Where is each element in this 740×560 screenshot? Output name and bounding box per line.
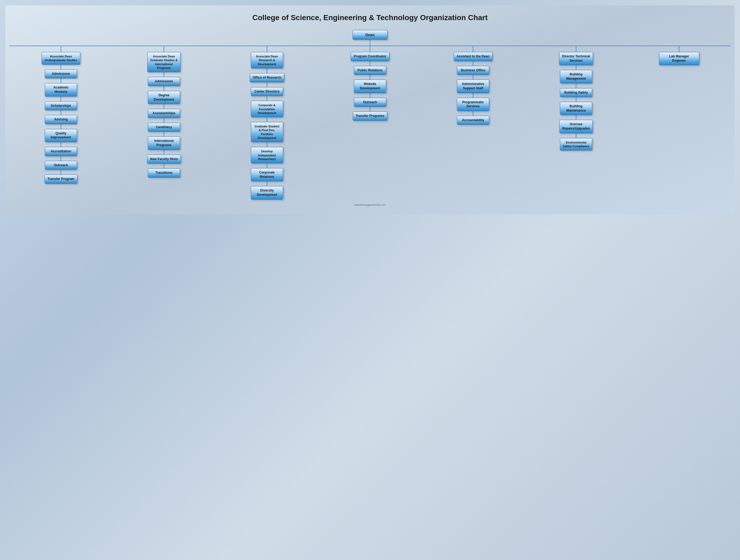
col-assistant-dean: Assistant to the Dean Business Office Ad… (422, 46, 525, 199)
node-corporate-foundation: Corporate &FoundationDevelopment (251, 101, 283, 117)
node-assistantships: Assistantships (148, 109, 180, 118)
node-transfer-program: Transfer Program (44, 175, 77, 184)
node-env-safety: EnvironmentalSafety Compliance (560, 138, 592, 151)
col-assoc-dean-research: Associate DeanResearch &Development Offi… (215, 46, 318, 199)
node-academic-honesty: AcademicHonesty (45, 83, 77, 96)
node-new-faculty-hires: New Faculty Hires (147, 155, 181, 164)
node-admissions-1: Admissions (45, 70, 77, 79)
node-assoc-dean-grad: Associate DeanGraduate Studies &Internat… (147, 52, 181, 72)
node-grad-student-portfolio: Graduate Student& Post Doc.PortfolioDeve… (251, 122, 283, 142)
node-building-maintenance: BuildingMaintenance (560, 102, 592, 115)
node-assoc-dean-research: Associate DeanResearch &Development (251, 52, 283, 69)
node-admissions-2: Admissions (148, 77, 180, 86)
node-oversee-repairs: OverseeRepairs/Upgrades (559, 120, 593, 133)
node-outreach-1: Outreach (45, 161, 77, 170)
node-assistant-dean: Assistant to the Dean (454, 52, 493, 61)
node-scholarships: Scholarships (45, 101, 77, 111)
node-lab-manager: Lab Manager Engineer (659, 52, 699, 65)
node-international-programs: InternationalPrograms (148, 136, 180, 150)
node-program-coordinator: Program Coordinator (351, 52, 389, 61)
node-candidacy: Candidacy (148, 123, 180, 132)
footer: www.thinkingpartnership.com (9, 204, 731, 206)
node-director-technical: Director TechnicalServices (559, 52, 593, 65)
node-accreditation: Accreditation (45, 147, 77, 156)
node-outreach-2: Outreach (354, 98, 386, 107)
node-center-directors: Center Directors (251, 87, 283, 96)
col-program-coordinator: Program Coordinator Public Relations Web… (318, 46, 422, 199)
col-lab-manager: Lab Manager Engineer (628, 46, 731, 199)
node-business-office: Business Office (457, 66, 489, 75)
page-title: College of Science, Engineering & Techno… (9, 11, 731, 22)
col-associate-dean-grad: Associate DeanGraduate Studies &Internat… (112, 46, 215, 199)
node-building-safety: Building Safety (560, 88, 592, 97)
col-director-technical: Director TechnicalServices BuildingManag… (525, 46, 628, 199)
col-associate-dean-undergrad: Associate DeanUndergraduate Studies Admi… (9, 46, 112, 199)
node-transfer-programs: Transfer Programs (353, 112, 387, 121)
node-office-of-research: Office of Research (250, 73, 284, 82)
node-building-management: BuildingManagement (560, 70, 592, 83)
node-accountability: Accountability (457, 116, 489, 125)
node-advising: Advising (45, 115, 77, 124)
node-degree-development: DegreeDevelopment (148, 91, 180, 104)
node-programmatic-services: ProgrammaticServices (457, 98, 489, 111)
node-quality-improvement: QualityImprovement (45, 129, 77, 142)
node-website-development: WebsiteDevelopment (354, 80, 386, 93)
dean-node: Dean (353, 30, 387, 40)
node-public-relations: Public Relations (354, 66, 386, 75)
node-admin-support: AdministrativeSupport Staff (457, 80, 489, 93)
node-develop-independent: DevelopIndependentResearchers (251, 147, 283, 163)
node-corporate-relations: CorporateRelations (251, 168, 283, 181)
node-assoc-dean-undergrad: Associate DeanUndergraduate Studies (41, 52, 80, 65)
node-diversity-development: DiversityDevelopment (251, 186, 283, 199)
org-chart: Dean Associate DeanUndergraduate Studies… (9, 30, 731, 200)
dean-v-connector (370, 40, 370, 45)
node-transitions: Transitions (148, 169, 180, 178)
columns-wrapper: Associate DeanUndergraduate Studies Admi… (9, 46, 731, 199)
